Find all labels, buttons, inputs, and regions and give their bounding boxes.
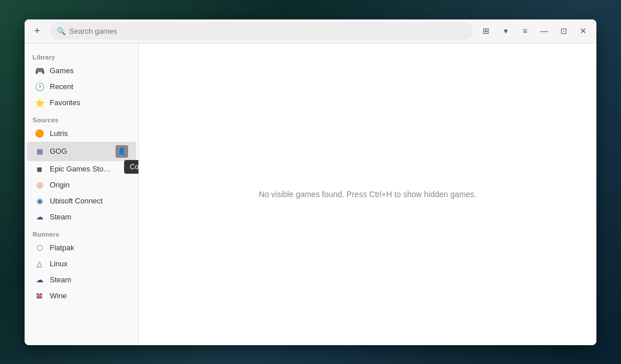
sidebar-item-label: Ubisoft Connect [50,197,128,205]
steam-runner-icon: ☁ [35,275,44,285]
search-bar: 🔍 [50,22,473,39]
menu-button[interactable]: ≡ [516,23,534,39]
library-section-label: Library [25,48,138,63]
search-input[interactable] [69,27,466,35]
games-icon: 🎮 [35,66,44,75]
steam-sources-icon: ☁ [35,213,44,222]
add-button[interactable]: + [29,23,45,39]
sidebar-item-label: Origin [50,181,128,189]
sidebar-item-label: GOG [50,147,110,155]
sources-section-label: Sources [25,111,138,126]
sidebar-item-gog[interactable]: ▦ GOG 👤 Connect [27,142,136,161]
sidebar-item-label: Favorites [50,98,128,107]
sidebar-item-recent[interactable]: 🕐 Recent [27,79,136,95]
close-button[interactable]: ✕ [575,23,592,39]
sidebar-item-label: Epic Games Sto… [50,165,128,173]
favorites-icon: ⭐ [35,98,44,107]
grid-view-button[interactable]: ⊞ [477,23,495,39]
sidebar-item-games[interactable]: 🎮 Games [27,63,136,79]
recent-icon: 🕐 [35,82,44,91]
ubisoft-icon: ◉ [35,197,44,206]
sidebar-item-label: Wine [50,291,128,300]
content-area: Library 🎮 Games 🕐 Recent ⭐ Favorites Sou… [25,43,596,345]
epic-icon: ◼ [35,165,44,174]
dropdown-button[interactable]: ▾ [497,23,514,39]
sidebar-item-steam-runner[interactable]: ☁ Steam [27,272,136,288]
gog-icon: ▦ [35,147,44,156]
linux-icon: △ [35,259,44,269]
sidebar-item-label: Recent [50,82,128,91]
titlebar: + 🔍 ⊞ ▾ ≡ — ⊡ ✕ [25,19,596,43]
sidebar-item-label: Flatpak [50,243,128,252]
sidebar-item-favorites[interactable]: ⭐ Favorites [27,95,136,111]
lutris-icon: 🟠 [35,129,44,138]
sidebar-item-label: Linux [50,259,128,268]
runners-section-label: Runners [25,225,138,240]
sidebar-item-steam[interactable]: ☁ Steam [27,209,136,225]
sidebar-item-label: Games [50,66,128,75]
sidebar-item-flatpak[interactable]: ⬡ Flatpak [27,240,136,256]
sidebar: Library 🎮 Games 🕐 Recent ⭐ Favorites Sou… [25,43,139,345]
sidebar-item-ubisoft[interactable]: ◉ Ubisoft Connect [27,193,136,209]
search-icon: 🔍 [57,27,66,35]
titlebar-controls: ⊞ ▾ ≡ — ⊡ ✕ [477,23,592,39]
maximize-button[interactable]: ⊡ [555,23,572,39]
empty-state-message: No visible games found. Press Ctrl+H to … [259,190,477,199]
sidebar-item-epic[interactable]: ◼ Epic Games Sto… [27,161,136,177]
sidebar-item-wine[interactable]: 𝌡 Wine [27,288,136,304]
main-content: No visible games found. Press Ctrl+H to … [139,43,596,345]
sidebar-item-lutris[interactable]: 🟠 Lutris [27,126,136,142]
minimize-button[interactable]: — [536,23,553,39]
sidebar-item-label: Steam [50,275,128,284]
sidebar-item-label: Steam [50,213,128,221]
origin-icon: ◎ [35,181,44,190]
wine-icon: 𝌡 [35,291,44,301]
sidebar-item-label: Lutris [50,129,128,138]
sidebar-item-linux[interactable]: △ Linux [27,256,136,272]
flatpak-icon: ⬡ [35,243,44,253]
gog-connect-button[interactable]: 👤 [116,145,128,158]
app-window: + 🔍 ⊞ ▾ ≡ — ⊡ ✕ Library 🎮 Games 🕐 Recent [25,19,596,345]
sidebar-item-origin[interactable]: ◎ Origin [27,177,136,193]
